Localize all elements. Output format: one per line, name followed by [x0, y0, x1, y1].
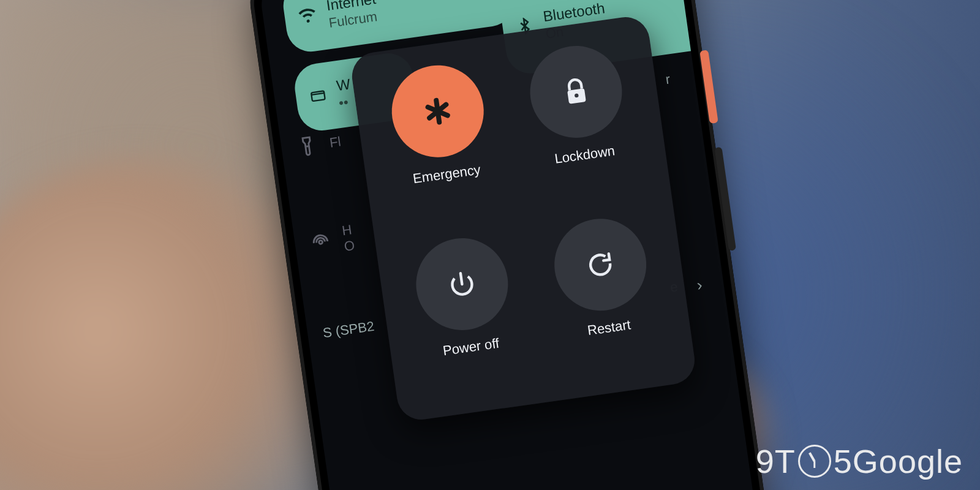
lock-icon: [559, 75, 592, 108]
svg-point-3: [318, 241, 322, 244]
watermark-9to5google: 9T5Google: [756, 442, 963, 480]
clock-5-icon: [798, 445, 831, 478]
hotspot-bottom: O: [343, 238, 356, 255]
power-icon: [446, 268, 479, 301]
qs-wallet-letter: W: [335, 75, 352, 96]
medical-asterisk-icon: [421, 95, 454, 128]
restart-label: Restart: [586, 317, 631, 339]
hotspot-top: H: [341, 222, 354, 239]
hotspot-icon: [309, 231, 332, 254]
power-menu-emergency[interactable]: Emergency: [370, 57, 514, 229]
background-qs-icons: Fl H O: [295, 131, 366, 330]
emergency-label: Emergency: [412, 162, 482, 187]
flashlight-letter: Fl: [328, 134, 342, 151]
flashlight-icon: [295, 135, 318, 158]
wifi-icon: [297, 4, 318, 29]
power-menu-restart[interactable]: Restart: [532, 211, 677, 383]
chevron-right-small-icon: ›: [696, 276, 704, 295]
power-menu-power-off[interactable]: Power off: [394, 230, 539, 402]
restart-icon: [584, 248, 617, 281]
power-menu-lockdown[interactable]: Lockdown: [508, 38, 653, 210]
svg-rect-1: [311, 91, 325, 101]
power-menu: Emergency Lockdown Power o: [349, 14, 698, 423]
wallet-icon: [308, 85, 328, 109]
lockdown-label: Lockdown: [554, 143, 616, 167]
bg-letter-r: r: [665, 72, 671, 88]
power-off-label: Power off: [442, 336, 500, 360]
qs-wallet-dots: ••: [337, 93, 353, 111]
phone-body: Internet Fulcrum › Bluetooth On: [245, 0, 772, 490]
phone-screen: Internet Fulcrum › Bluetooth On: [257, 0, 760, 490]
photo-scene: Internet Fulcrum › Bluetooth On: [0, 0, 980, 490]
